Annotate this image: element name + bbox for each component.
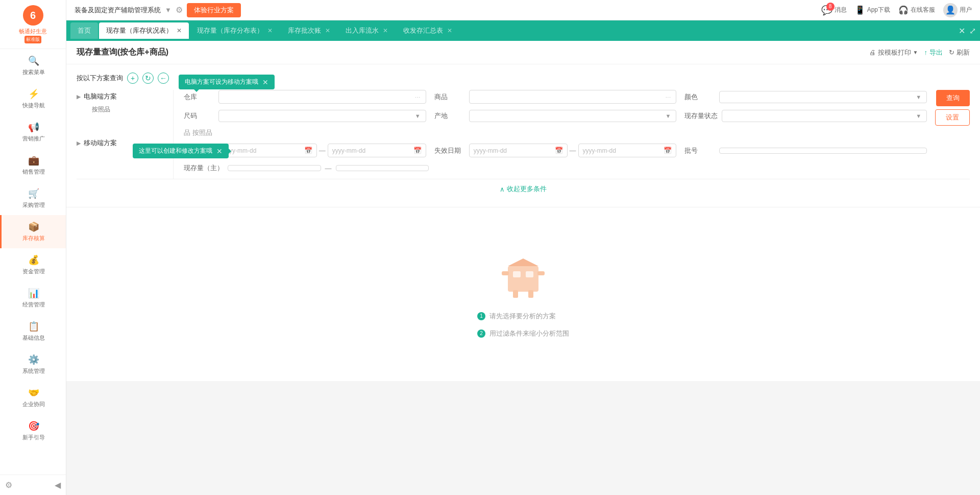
back-btn[interactable]: ← [158, 73, 169, 84]
sidebar-item-label: 营销推广 [22, 135, 45, 143]
sidebar-item-label: 经营管理 [22, 301, 45, 309]
sidebar-item-inventory[interactable]: 📦 库存核算 [0, 215, 66, 248]
empty-illustration [498, 248, 549, 299]
pc-tooltip-close[interactable]: ✕ [262, 78, 268, 86]
filter-row-3: 品 按照品 [184, 128, 927, 137]
tab-receive-send[interactable]: 收发存汇总表 ✕ [396, 22, 459, 39]
color-select[interactable]: ▼ [719, 91, 927, 103]
empty-icon-svg [498, 248, 549, 299]
inventory-main-end[interactable] [336, 165, 429, 171]
category-field: 品 按照品 [184, 128, 426, 137]
sidebar-item-system[interactable]: ⚙️ 系统管理 [0, 348, 66, 381]
notification-badge: 8 [826, 3, 835, 11]
expire-date-calendar-icon: 📅 [555, 147, 563, 154]
print-template-label: 按模板打印 [878, 48, 911, 57]
tab-inventory-batch-label: 库存批次账 [288, 26, 321, 35]
sidebar-item-guide[interactable]: 🎯 新手引导 [0, 414, 66, 447]
scheme-sub-items: 按照品 [77, 103, 168, 116]
collapse-link[interactable]: ∧ 收起更多条件 [500, 184, 547, 194]
sidebar-item-sales[interactable]: 💼 销售管理 [0, 149, 66, 182]
scheme-area: ▶ 电脑端方案 按照品 这里可以创建和修改方案哦 [77, 90, 970, 179]
step-1-num: 1 [477, 312, 485, 320]
sidebar-item-search-menu[interactable]: 🔍 搜索菜单 [0, 49, 66, 82]
tab-in-out-flow-label: 出入库流水 [346, 26, 379, 35]
inventory-status-select[interactable]: ▼ [722, 110, 927, 122]
empty-step-1: 1 请先选择要分析的方案 [477, 310, 569, 323]
sidebar-item-base-info[interactable]: 📋 基础信息 [0, 315, 66, 348]
search-menu-icon: 🔍 [28, 55, 39, 66]
svg-rect-3 [513, 290, 518, 298]
size-select[interactable]: ▼ [218, 110, 426, 122]
svg-rect-6 [537, 271, 545, 275]
scheme-list: ▶ 电脑端方案 按照品 这里可以创建和修改方案哦 [77, 90, 174, 179]
settings-footer-btn[interactable]: ⚙ [5, 480, 12, 490]
sidebar-footer: ⚙ ◀ [0, 475, 66, 495]
color-field: 颜色 ▼ [684, 91, 927, 103]
goods-input[interactable]: ··· [469, 90, 677, 104]
goods-label: 商品 [434, 92, 465, 102]
scheme-sub-item[interactable]: 按照品 [87, 103, 168, 116]
print-template-btn[interactable]: 🖨 按模板打印 ▼ [869, 48, 918, 57]
export-label: 导出 [929, 48, 943, 57]
batch-no-input[interactable] [719, 148, 927, 154]
tab-inventory-batch[interactable]: 库存批次账 ✕ [281, 22, 337, 39]
refresh-btn[interactable]: ↻ 刷新 [949, 48, 970, 57]
system-select-arrow[interactable]: ▼ [165, 6, 172, 14]
tab-close-inventory-batch[interactable]: ✕ [325, 27, 330, 34]
sidebar-item-marketing[interactable]: 📢 营销推广 [0, 115, 66, 149]
user-action[interactable]: 👤 用户 [943, 3, 972, 17]
online-support-action[interactable]: 🎧 在线客服 [898, 5, 935, 15]
filter-fields: 仓库 ··· 商品 ··· [174, 90, 927, 179]
sidebar-logo: 6 畅通好生意 标准版 [0, 0, 66, 49]
filter-row-4: 生产日期 yyyy-mm-dd 📅 — yyyy-mm-dd [184, 144, 927, 157]
app-download-action[interactable]: 📱 App下载 [855, 5, 890, 15]
tab-close-in-out-flow[interactable]: ✕ [383, 27, 388, 34]
sidebar-item-purchase[interactable]: 🛒 采购管理 [0, 182, 66, 215]
industry-btn[interactable]: 体验行业方案 [187, 3, 241, 17]
tab-inventory-dist[interactable]: 现存量（库存分布表） ✕ [190, 22, 280, 39]
expire-date-start[interactable]: yyyy-mm-dd 📅 [469, 144, 568, 157]
tab-home[interactable]: 首页 [70, 22, 98, 39]
filter-row-2: 尺码 ▼ 产地 ▼ [184, 110, 927, 122]
collapse-sidebar-btn[interactable]: ◀ [55, 480, 61, 490]
tab-in-out-flow[interactable]: 出入库流水 ✕ [338, 22, 395, 39]
tab-inventory-status[interactable]: 现存量（库存状况表） ✕ [99, 22, 189, 39]
inventory-main-start[interactable] [228, 165, 321, 171]
search-btn[interactable]: 查询 [936, 90, 970, 106]
system-name: 装备及固定资产辅助管理系统 [75, 6, 161, 15]
sidebar-item-enterprise[interactable]: 🤝 企业协同 [0, 381, 66, 414]
sales-icon: 💼 [28, 155, 39, 166]
color-label: 颜色 [684, 92, 715, 102]
origin-arrow: ▼ [665, 113, 671, 119]
tab-home-label: 首页 [78, 26, 91, 35]
sidebar-item-finance[interactable]: 💰 资金管理 [0, 248, 66, 281]
sidebar-item-label: 资金管理 [22, 268, 45, 275]
close-all-tabs-icon[interactable]: ✕ [959, 26, 965, 36]
page-actions: 🖨 按模板打印 ▼ ↑ 导出 ↻ 刷新 [869, 48, 970, 57]
tab-bar-actions: ✕ ⤢ [959, 26, 976, 36]
produce-date-dash: — [319, 147, 326, 154]
produce-date-end[interactable]: yyyy-mm-dd 📅 [328, 144, 426, 157]
refresh-scheme-btn[interactable]: ↻ [142, 73, 154, 84]
sidebar-item-quick-nav[interactable]: ⚡ 快捷导航 [0, 82, 66, 115]
tab-close-inventory-status[interactable]: ✕ [177, 27, 182, 34]
inventory-status-arrow: ▼ [916, 113, 921, 119]
warehouse-label: 仓库 [184, 92, 214, 102]
create-tooltip-text: 这里可以创建和修改方案哦 [139, 147, 212, 155]
export-btn[interactable]: ↑ 导出 [924, 48, 943, 57]
tab-close-receive-send[interactable]: ✕ [447, 27, 452, 34]
maximize-icon[interactable]: ⤢ [969, 26, 976, 36]
pc-scheme-item[interactable]: ▶ 电脑端方案 [77, 90, 168, 103]
reset-btn[interactable]: 设置 [935, 109, 970, 126]
origin-select[interactable]: ▼ [469, 110, 677, 122]
tab-close-inventory-dist[interactable]: ✕ [267, 27, 273, 34]
warehouse-input[interactable]: ··· [218, 90, 426, 104]
add-scheme-btn[interactable]: + [127, 73, 138, 84]
expire-date-end[interactable]: yyyy-mm-dd 📅 [578, 144, 677, 157]
sub-item-label: 按照品 [92, 105, 110, 114]
sidebar-item-operations[interactable]: 📊 经营管理 [0, 281, 66, 315]
settings-gear-icon[interactable]: ⚙ [176, 5, 183, 15]
create-tooltip-close[interactable]: ✕ [216, 147, 223, 155]
message-action[interactable]: 💬 8 消息 [821, 5, 847, 16]
origin-field: 产地 ▼ [434, 110, 677, 122]
